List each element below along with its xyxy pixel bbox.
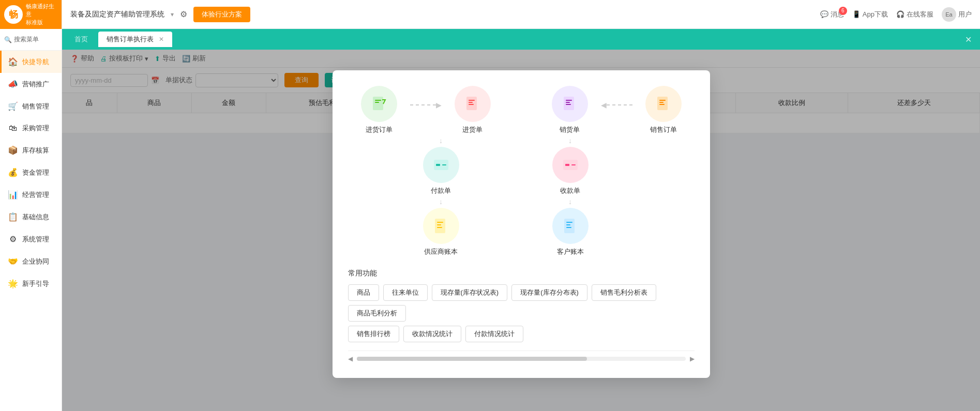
svg-rect-8 xyxy=(566,100,572,101)
tab-close-global-button[interactable]: ✕ xyxy=(961,33,976,47)
marketing-icon: 📣 xyxy=(8,79,18,89)
user-avatar: Ea xyxy=(942,7,956,22)
common-btns-row1: 商品 往来单位 现存量(库存状况表) 现存量(库存分布表) 销售毛利分析表 商品… xyxy=(348,284,695,322)
svg-rect-2 xyxy=(375,102,379,103)
tab-sales-order-exec[interactable]: 销售订单执行表 ✕ xyxy=(98,32,172,47)
btn-goods[interactable]: 商品 xyxy=(348,284,379,301)
sidebar-item-sales[interactable]: 🛒 销售管理 xyxy=(0,95,62,117)
system-dropdown-button[interactable]: ▾ xyxy=(171,11,174,18)
svg-rect-6 xyxy=(469,104,474,105)
purchase-order-label: 进货订单 xyxy=(366,125,393,134)
flow-payment-bill[interactable]: 付款单 xyxy=(410,147,472,195)
logo-icon: 畅 xyxy=(4,5,23,24)
settings-gear-button[interactable]: ⚙ xyxy=(180,9,187,19)
sidebar-item-operations[interactable]: 📊 经营管理 xyxy=(0,184,62,206)
svg-rect-12 xyxy=(659,100,666,101)
message-btn[interactable]: 💬 消息 6 xyxy=(820,10,844,19)
tab-home[interactable]: 首页 xyxy=(66,32,96,47)
sidebar-logo: 畅 畅康通好生意 标准版 xyxy=(0,0,62,29)
home-icon: 🏠 xyxy=(8,57,18,67)
sidebar-item-system[interactable]: ⚙ 系统管理 xyxy=(0,228,62,250)
btn-sales-ranking[interactable]: 销售排行榜 xyxy=(348,326,399,342)
finance-icon: 💰 xyxy=(8,168,18,177)
scroll-right-button[interactable]: ▶ xyxy=(690,355,695,362)
svg-rect-1 xyxy=(375,100,381,101)
search-menu-button[interactable]: 🔍 搜索菜单 xyxy=(4,33,57,46)
supplier-ledger-label: 供应商账本 xyxy=(424,247,458,256)
user-menu[interactable]: Ea 用户 xyxy=(942,7,972,22)
logo-text: 畅康通好生意 标准版 xyxy=(26,3,57,26)
btn-receipt-stats[interactable]: 收款情况统计 xyxy=(403,326,461,342)
svg-rect-9 xyxy=(566,102,570,103)
tab-bar: 首页 销售订单执行表 ✕ ✕ xyxy=(62,29,980,50)
customer-ledger-icon xyxy=(552,208,589,244)
flow-sales-order[interactable]: 销售订单 xyxy=(632,86,695,134)
modal-scroll-area: ◀ ▶ xyxy=(348,351,695,362)
sales-bill-label: 销货单 xyxy=(560,125,580,134)
sidebar-item-quick-nav[interactable]: 🏠 快捷导航 xyxy=(0,51,62,73)
flow-purchase-order[interactable]: 进货订单 xyxy=(348,86,410,134)
sales-bill-icon xyxy=(552,86,588,122)
purchase-order-icon xyxy=(361,86,397,122)
sidebar-nav: 🏠 快捷导航 📣 营销推广 🛒 销售管理 🛍 采购管理 📦 库存核算 💰 xyxy=(0,51,62,411)
sidebar-item-finance[interactable]: 💰 资金管理 xyxy=(0,161,62,184)
sidebar-item-enterprise[interactable]: 🤝 企业协同 xyxy=(0,250,62,272)
app-download-btn[interactable]: 📱 App下载 xyxy=(852,10,888,19)
header-right: 💬 消息 6 📱 App下载 🎧 在线客服 Ea 用户 xyxy=(820,7,972,22)
system-title: 装备及固定资产辅助管理系统 xyxy=(70,10,164,19)
btn-partner[interactable]: 往来单位 xyxy=(383,284,428,301)
scroll-track xyxy=(357,357,686,361)
btn-goods-margin[interactable]: 商品毛利分析 xyxy=(348,305,406,322)
tab-close-button[interactable]: ✕ xyxy=(159,36,164,43)
btn-payment-stats[interactable]: 付款情况统计 xyxy=(465,326,523,342)
flow-receipt-bill[interactable]: 收款单 xyxy=(539,147,601,195)
btn-sales-margin[interactable]: 销售毛利分析表 xyxy=(592,284,656,301)
modal-overlay: 进货订单 ▶ 进货单 xyxy=(62,50,980,411)
sales-order-icon xyxy=(645,86,682,122)
sidebar-item-purchase[interactable]: 🛍 采购管理 xyxy=(0,117,62,139)
message-icon: 💬 xyxy=(820,10,828,18)
svg-rect-27 xyxy=(566,224,570,225)
sales-order-label: 销售订单 xyxy=(650,125,677,134)
common-functions-section: 常用功能 商品 往来单位 现存量(库存状况表) 现存量(库存分布表) 销售毛利分… xyxy=(348,269,695,342)
sidebar-item-newbie[interactable]: 🌟 新手引导 xyxy=(0,272,62,295)
newbie-icon: 🌟 xyxy=(8,279,18,288)
sidebar: 畅 畅康通好生意 标准版 🔍 搜索菜单 🏠 快捷导航 📣 营销推广 🛒 xyxy=(0,0,62,411)
sidebar-search-area: 🔍 搜索菜单 xyxy=(0,29,62,51)
sidebar-item-inventory[interactable]: 📦 库存核算 xyxy=(0,139,62,161)
common-btns-row2: 销售排行榜 收款情况统计 付款情况统计 xyxy=(348,326,695,342)
receipt-bill-icon xyxy=(552,147,589,183)
common-functions-title: 常用功能 xyxy=(348,269,695,278)
purchase-bill-label: 进货单 xyxy=(462,125,483,134)
flow-sales-bill[interactable]: 销货单 xyxy=(539,86,601,134)
svg-rect-25 xyxy=(564,219,575,233)
main-area: 装备及固定资产辅助管理系统 ▾ ⚙ 体验行业方案 💬 消息 6 📱 App下载 … xyxy=(62,0,980,411)
system-icon: ⚙ xyxy=(8,234,18,244)
svg-rect-17 xyxy=(442,164,446,165)
sales-icon: 🛒 xyxy=(8,101,18,111)
svg-rect-0 xyxy=(373,97,383,110)
operations-icon: 📊 xyxy=(8,190,18,200)
sidebar-item-basic-info[interactable]: 📋 基础信息 xyxy=(0,206,62,228)
svg-rect-4 xyxy=(469,100,475,101)
payment-bill-icon xyxy=(423,147,459,183)
svg-rect-22 xyxy=(437,222,443,223)
online-service-btn[interactable]: 🎧 在线客服 xyxy=(896,10,933,19)
basic-info-icon: 📋 xyxy=(8,212,18,222)
flow-customer-ledger[interactable]: 客户账本 xyxy=(539,208,601,256)
btn-inventory-status[interactable]: 现存量(库存状况表) xyxy=(432,284,508,301)
svg-rect-10 xyxy=(566,104,571,105)
experience-btn[interactable]: 体验行业方案 xyxy=(193,7,250,22)
top-header: 装备及固定资产辅助管理系统 ▾ ⚙ 体验行业方案 💬 消息 6 📱 App下载 … xyxy=(62,0,980,29)
message-badge: 6 xyxy=(839,7,847,15)
svg-rect-5 xyxy=(469,102,473,103)
receipt-bill-label: 收款单 xyxy=(560,186,580,195)
btn-inventory-dist[interactable]: 现存量(库存分布表) xyxy=(511,284,587,301)
inventory-icon: 📦 xyxy=(8,145,18,155)
scroll-left-button[interactable]: ◀ xyxy=(348,355,353,362)
flow-supplier-ledger[interactable]: 供应商账本 xyxy=(410,208,472,256)
svg-rect-3 xyxy=(466,97,477,110)
flow-purchase-bill[interactable]: 进货单 xyxy=(442,86,504,134)
flow-section: 进货订单 ▶ 进货单 xyxy=(348,86,695,256)
sidebar-item-marketing[interactable]: 📣 营销推广 xyxy=(0,73,62,95)
